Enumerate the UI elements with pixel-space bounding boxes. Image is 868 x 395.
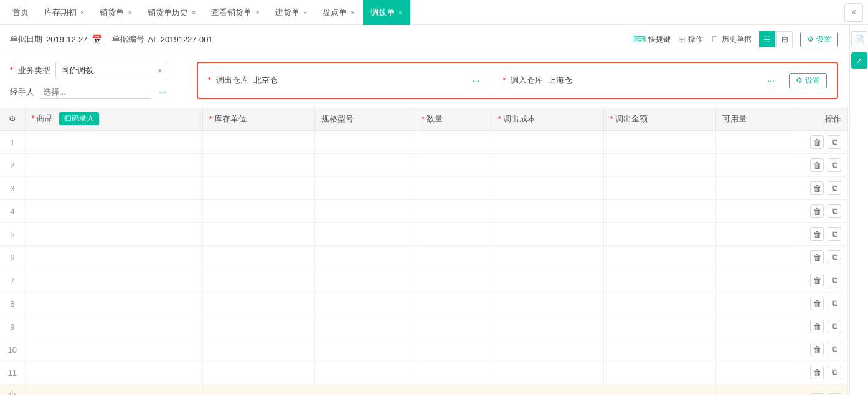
copy-row-9-button[interactable]: ⧉ bbox=[828, 320, 841, 333]
delete-row-1-button[interactable]: 🗑 bbox=[810, 135, 824, 149]
row-cost-4[interactable] bbox=[491, 200, 603, 223]
row-cost-3[interactable] bbox=[491, 177, 603, 200]
row-available-9[interactable] bbox=[715, 315, 798, 338]
row-spec-7[interactable] bbox=[314, 269, 415, 292]
sidebar-export-button[interactable]: ↗ bbox=[851, 52, 867, 69]
copy-row-8-button[interactable]: ⧉ bbox=[828, 297, 841, 310]
row-amount-2[interactable] bbox=[603, 154, 715, 177]
row-available-2[interactable] bbox=[715, 154, 798, 177]
calendar-icon[interactable]: 📅 bbox=[92, 34, 102, 44]
row-product-4[interactable] bbox=[25, 200, 202, 223]
copy-row-3-button[interactable]: ⧉ bbox=[828, 181, 841, 195]
row-product-8[interactable] bbox=[25, 292, 202, 315]
delete-row-10-button[interactable]: 🗑 bbox=[810, 343, 824, 356]
table-scroll-area[interactable]: ⚙ * 商品 扫码录入 * 库存单位 规格型号 * 数量 bbox=[0, 107, 848, 395]
tab-inventory-init[interactable]: 库存期初 × bbox=[37, 0, 92, 25]
row-available-5[interactable] bbox=[715, 223, 798, 246]
copy-row-10-button[interactable]: ⧉ bbox=[828, 343, 841, 356]
row-spec-1[interactable] bbox=[314, 131, 415, 154]
row-qty-4[interactable] bbox=[415, 200, 491, 223]
row-product-11[interactable] bbox=[25, 361, 202, 384]
row-amount-4[interactable] bbox=[603, 200, 715, 223]
delete-row-8-button[interactable]: 🗑 bbox=[810, 297, 824, 310]
shortcuts-button[interactable]: ⌨ 快捷键 bbox=[633, 34, 671, 45]
row-product-1[interactable] bbox=[25, 131, 202, 154]
row-unit-6[interactable] bbox=[202, 246, 314, 269]
tab-purchase[interactable]: 进货单 × bbox=[268, 0, 315, 25]
tab-transfer[interactable]: 调拨单 × bbox=[363, 0, 410, 25]
row-product-6[interactable] bbox=[25, 246, 202, 269]
history-button[interactable]: 🗒 历史单据 bbox=[710, 34, 752, 45]
delete-row-9-button[interactable]: 🗑 bbox=[810, 320, 824, 333]
row-cost-9[interactable] bbox=[491, 315, 603, 338]
copy-row-5-button[interactable]: ⧉ bbox=[828, 227, 841, 241]
tab-transfer-close[interactable]: × bbox=[399, 9, 402, 16]
row-cost-5[interactable] bbox=[491, 223, 603, 246]
row-spec-3[interactable] bbox=[314, 177, 415, 200]
copy-row-4-button[interactable]: ⧉ bbox=[828, 204, 841, 218]
row-available-7[interactable] bbox=[715, 269, 798, 292]
row-available-3[interactable] bbox=[715, 177, 798, 200]
row-amount-7[interactable] bbox=[603, 269, 715, 292]
row-spec-10[interactable] bbox=[314, 338, 415, 361]
row-cost-10[interactable] bbox=[491, 338, 603, 361]
row-unit-2[interactable] bbox=[202, 154, 314, 177]
row-product-3[interactable] bbox=[25, 177, 202, 200]
scan-button[interactable]: 扫码录入 bbox=[59, 112, 99, 125]
copy-row-1-button[interactable]: ⧉ bbox=[828, 135, 841, 149]
handler-more-button[interactable]: ··· bbox=[156, 87, 169, 97]
tab-view-sales[interactable]: 查看销货单 × bbox=[204, 0, 267, 25]
row-qty-8[interactable] bbox=[415, 292, 491, 315]
row-unit-8[interactable] bbox=[202, 292, 314, 315]
row-cost-11[interactable] bbox=[491, 361, 603, 384]
row-amount-10[interactable] bbox=[603, 338, 715, 361]
row-unit-9[interactable] bbox=[202, 315, 314, 338]
delete-row-4-button[interactable]: 🗑 bbox=[810, 204, 824, 218]
row-qty-9[interactable] bbox=[415, 315, 491, 338]
row-unit-10[interactable] bbox=[202, 338, 314, 361]
row-cost-6[interactable] bbox=[491, 246, 603, 269]
row-qty-5[interactable] bbox=[415, 223, 491, 246]
row-product-7[interactable] bbox=[25, 269, 202, 292]
row-amount-6[interactable] bbox=[603, 246, 715, 269]
row-spec-5[interactable] bbox=[314, 223, 415, 246]
row-unit-7[interactable] bbox=[202, 269, 314, 292]
row-unit-5[interactable] bbox=[202, 223, 314, 246]
row-amount-5[interactable] bbox=[603, 223, 715, 246]
operations-button[interactable]: ⊞ 操作 bbox=[678, 34, 703, 45]
row-amount-9[interactable] bbox=[603, 315, 715, 338]
copy-row-7-button[interactable]: ⧉ bbox=[828, 274, 841, 287]
row-unit-4[interactable] bbox=[202, 200, 314, 223]
copy-row-6-button[interactable]: ⧉ bbox=[828, 250, 841, 264]
row-spec-2[interactable] bbox=[314, 154, 415, 177]
delete-row-3-button[interactable]: 🗑 bbox=[810, 181, 824, 195]
row-spec-8[interactable] bbox=[314, 292, 415, 315]
row-product-10[interactable] bbox=[25, 338, 202, 361]
in-warehouse-more-button[interactable]: ··· bbox=[765, 75, 777, 85]
copy-row-11-button[interactable]: ⧉ bbox=[828, 366, 841, 379]
row-product-5[interactable] bbox=[25, 223, 202, 246]
handler-input[interactable] bbox=[39, 85, 151, 99]
row-qty-11[interactable] bbox=[415, 361, 491, 384]
delete-row-5-button[interactable]: 🗑 bbox=[810, 227, 824, 241]
delete-row-11-button[interactable]: 🗑 bbox=[810, 366, 824, 379]
row-spec-9[interactable] bbox=[314, 315, 415, 338]
delete-row-7-button[interactable]: 🗑 bbox=[810, 274, 824, 287]
row-qty-7[interactable] bbox=[415, 269, 491, 292]
row-amount-3[interactable] bbox=[603, 177, 715, 200]
tab-purchase-close[interactable]: × bbox=[303, 9, 307, 16]
delete-row-6-button[interactable]: 🗑 bbox=[810, 250, 824, 264]
row-cost-7[interactable] bbox=[491, 269, 603, 292]
sidebar-doc-button[interactable]: 📄 bbox=[851, 31, 867, 47]
row-available-1[interactable] bbox=[715, 131, 798, 154]
row-spec-11[interactable] bbox=[314, 361, 415, 384]
row-product-9[interactable] bbox=[25, 315, 202, 338]
row-amount-1[interactable] bbox=[603, 131, 715, 154]
row-amount-8[interactable] bbox=[603, 292, 715, 315]
row-qty-3[interactable] bbox=[415, 177, 491, 200]
row-available-8[interactable] bbox=[715, 292, 798, 315]
row-cost-8[interactable] bbox=[491, 292, 603, 315]
tab-view-sales-close[interactable]: × bbox=[255, 9, 259, 16]
row-qty-1[interactable] bbox=[415, 131, 491, 154]
row-available-4[interactable] bbox=[715, 200, 798, 223]
